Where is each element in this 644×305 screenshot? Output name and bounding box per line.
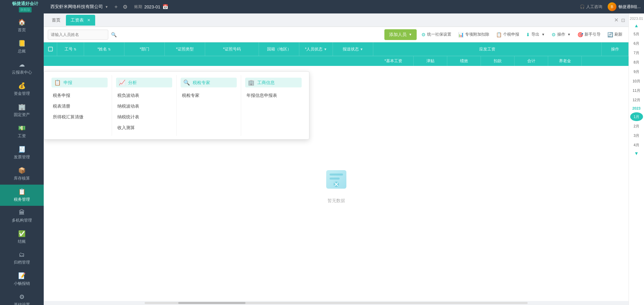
top-header: 畅捷通好会计 旗舰版 西安虾米网络科技有限公司 ▼ ＋ ⚙ 账期 2023-01… bbox=[0, 0, 644, 13]
sidebar-item-close[interactable]: ✅ 结账 bbox=[0, 227, 44, 248]
business-icon: 🏢 bbox=[248, 79, 255, 86]
logo-area: 畅捷通好会计 旗舰版 bbox=[3, 1, 47, 12]
toolbar-refresh[interactable]: 🔄 刷新 bbox=[605, 32, 624, 37]
menu-item-tax-burden[interactable]: 税负波动表 bbox=[116, 90, 172, 101]
filter-icon-report[interactable]: ▼ bbox=[360, 47, 363, 51]
search-icon[interactable]: 🔍 bbox=[111, 32, 117, 37]
support-button[interactable]: 🎧 人工咨询 bbox=[580, 4, 602, 10]
special-deduction-label: 专项附加扣除 bbox=[465, 32, 489, 37]
user-area[interactable]: B 畅捷通B组... bbox=[608, 2, 641, 11]
menu-item-tax-expert[interactable]: 税检专家 bbox=[181, 90, 237, 101]
sidebar-item-tax[interactable]: 📋 税务管理 bbox=[0, 185, 44, 206]
search-input[interactable] bbox=[48, 30, 108, 40]
menu-item-tax-filing[interactable]: 税务申报 bbox=[51, 90, 108, 101]
scrollbar-thumb[interactable] bbox=[178, 302, 245, 304]
time-nav-up[interactable]: ▲ bbox=[633, 22, 640, 29]
scrollbar-track bbox=[145, 302, 528, 304]
time-month-3[interactable]: 3月 bbox=[630, 131, 643, 140]
time-month-11[interactable]: 11月 bbox=[630, 86, 643, 95]
table-header-row1: 工号 ⇅ *姓名 ⇅ *部门 *证照类型 *证照号码 国籍（地区） bbox=[44, 42, 629, 56]
select-all-checkbox[interactable] bbox=[48, 47, 53, 51]
sidebar-item-basic[interactable]: ⚙ 基础设置 bbox=[0, 290, 44, 305]
sidebar-item-salary[interactable]: 💵 工资 bbox=[0, 121, 44, 142]
cloud-icon: ☁ bbox=[19, 61, 25, 68]
th-checkbox[interactable] bbox=[44, 42, 57, 56]
menu-item-tax-list[interactable]: 税表清册 bbox=[51, 101, 108, 112]
th-dept: *部门 bbox=[124, 42, 165, 56]
toolbar-operations[interactable]: ⚙ 操作 ▼ bbox=[550, 32, 573, 37]
add-btn-chevron-icon: ▼ bbox=[409, 33, 412, 36]
time-month-6[interactable]: 6月 bbox=[630, 39, 643, 48]
company-selector[interactable]: 西安虾米网络科技有限公司 ▼ bbox=[50, 4, 108, 10]
time-nav-down[interactable]: ▼ bbox=[633, 150, 640, 157]
time-month-7[interactable]: 7月 bbox=[630, 48, 643, 57]
filter-icon-status[interactable]: ▼ bbox=[324, 47, 327, 51]
window-maximize-icon[interactable]: ⊡ bbox=[621, 17, 625, 23]
menu-item-annual-settlement[interactable]: 所得税汇算清缴 bbox=[51, 112, 108, 122]
app-subtitle: 旗舰版 bbox=[19, 7, 32, 12]
time-month-2[interactable]: 2月 bbox=[630, 122, 643, 130]
period-label: 账期 bbox=[134, 4, 142, 10]
time-month-12[interactable]: 12月 bbox=[630, 96, 643, 104]
sidebar: 🏠 首页 📒 总账 ☁ 云报表中心 💰 资金管理 🏢 固定资产 💵 工资 🧾 发… bbox=[0, 13, 44, 305]
sidebar-item-cloud[interactable]: ☁ 云报表中心 bbox=[0, 58, 44, 79]
dropdown-menu[interactable]: 📋 申报 税务申报 税表清册 所得税汇算清缴 bbox=[44, 71, 309, 140]
menu-item-income-estimate[interactable]: 收入测算 bbox=[116, 122, 172, 133]
menu-item-annual-report[interactable]: 年报信息申报表 bbox=[245, 90, 302, 101]
time-month-1-active[interactable]: 1月 bbox=[630, 112, 643, 121]
sidebar-item-inventory[interactable]: 📦 库存核算 bbox=[0, 163, 44, 185]
operations-chevron-icon: ▼ bbox=[567, 33, 571, 36]
expert-title: 税检专家 bbox=[193, 80, 210, 86]
main-layout: 🏠 首页 📒 总账 ☁ 云报表中心 💰 资金管理 🏢 固定资产 💵 工资 🧾 发… bbox=[0, 13, 644, 305]
th-total: 合计 bbox=[515, 56, 548, 66]
declaration-icon: 📋 bbox=[54, 79, 61, 86]
content-area: 首页 工资表 ✕ ✕ ⊡ 🔍 添加人员 ▼ ⚙ 统一社保设置 bbox=[44, 13, 629, 305]
add-person-button[interactable]: 添加人员 ▼ bbox=[384, 29, 417, 40]
sidebar-item-invoice[interactable]: 🧾 发票管理 bbox=[0, 142, 44, 163]
sidebar-item-fund[interactable]: 💰 资金管理 bbox=[0, 79, 44, 100]
sidebar-item-expense[interactable]: 📝 小畅报销 bbox=[0, 269, 44, 290]
settings-icon[interactable]: ⚙ bbox=[123, 4, 127, 10]
menu-item-tax-stats[interactable]: 纳税统计表 bbox=[116, 112, 172, 122]
time-month-4[interactable]: 4月 bbox=[630, 141, 643, 149]
section-header-business: 🏢 工商信息 bbox=[245, 78, 302, 87]
company-name: 西安虾米网络科技有限公司 bbox=[50, 4, 103, 10]
menu-item-tax-wave[interactable]: 纳税波动表 bbox=[116, 101, 172, 112]
company-chevron-icon: ▼ bbox=[105, 5, 108, 9]
sidebar-label-ledger: 总账 bbox=[18, 48, 26, 54]
th-name: *姓名 ⇅ bbox=[84, 42, 124, 56]
toolbar-tax-filing[interactable]: 📋 个税申报 bbox=[494, 32, 521, 37]
calendar-icon[interactable]: 📅 bbox=[162, 4, 168, 9]
section-header-analysis: 📈 分析 bbox=[116, 78, 172, 87]
toolbar-social-insurance[interactable]: ⚙ 统一社保设置 bbox=[419, 32, 453, 37]
toolbar-export[interactable]: ⬇ 导出 ▼ bbox=[524, 32, 547, 37]
sidebar-label-assets: 固定资产 bbox=[14, 112, 30, 118]
th-num: 工号 ⇅ bbox=[57, 42, 84, 56]
sidebar-item-ledger[interactable]: 📒 总账 bbox=[0, 36, 44, 58]
app-title: 畅捷通好会计 bbox=[12, 1, 38, 6]
th-nation: 国籍（地区） bbox=[259, 42, 299, 56]
window-close-icon[interactable]: ✕ bbox=[614, 17, 618, 23]
sidebar-item-archive[interactable]: 🗂 归档管理 bbox=[0, 248, 44, 269]
ledger-icon: 📒 bbox=[18, 40, 26, 47]
time-month-10[interactable]: 10月 bbox=[630, 77, 643, 85]
tab-close-icon[interactable]: ✕ bbox=[87, 18, 90, 23]
sidebar-item-assets[interactable]: 🏢 固定资产 bbox=[0, 100, 44, 121]
header-right: 🎧 人工咨询 B 畅捷通B组... bbox=[580, 2, 641, 11]
refresh-label: 刷新 bbox=[614, 32, 622, 37]
time-month-8[interactable]: 8月 bbox=[630, 58, 643, 67]
menu-section-analysis: 📈 分析 税负波动表 纳税波动表 纳税统计表 收入 bbox=[112, 75, 177, 136]
sidebar-label-cloud: 云报表中心 bbox=[12, 70, 32, 75]
toolbar-guide[interactable]: 🎯 新手引导 bbox=[575, 32, 603, 37]
time-month-5[interactable]: 5月 bbox=[630, 30, 643, 38]
tab-salary[interactable]: 工资表 ✕ bbox=[66, 15, 95, 26]
time-month-9[interactable]: 9月 bbox=[630, 67, 643, 76]
tab-home[interactable]: 首页 bbox=[47, 15, 65, 26]
horizontal-scrollbar[interactable] bbox=[44, 301, 629, 305]
sidebar-label-invoice: 发票管理 bbox=[14, 154, 30, 160]
guide-toolbar-icon: 🎯 bbox=[577, 32, 583, 37]
sidebar-item-multi[interactable]: 🏛 多机构管理 bbox=[0, 206, 44, 227]
add-company-icon[interactable]: ＋ bbox=[113, 3, 119, 10]
toolbar-special-deduction[interactable]: 📊 专项附加扣除 bbox=[456, 32, 491, 37]
sidebar-item-home[interactable]: 🏠 首页 bbox=[0, 15, 44, 36]
